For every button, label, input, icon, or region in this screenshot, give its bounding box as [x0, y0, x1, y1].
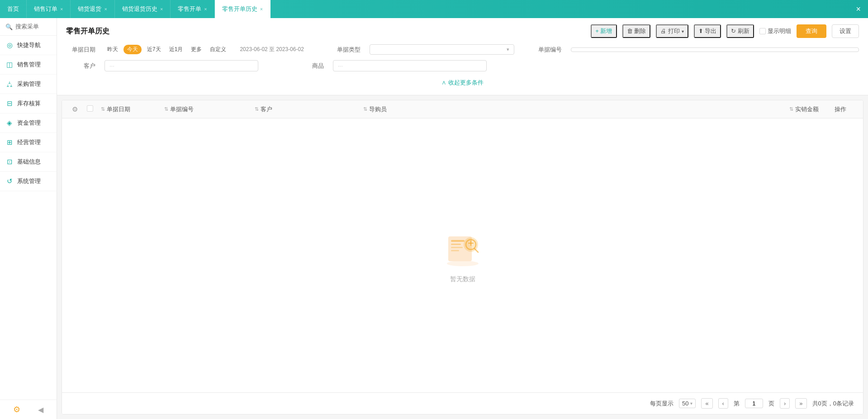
export-button[interactable]: ⬆ 导出 — [694, 24, 721, 38]
date-range: 2023-06-02 至 2023-06-02 — [240, 46, 304, 53]
date-btn-more[interactable]: 更多 — [188, 45, 204, 54]
svg-rect-5 — [451, 250, 459, 251]
date-btn-yesterday[interactable]: 昨天 — [104, 45, 121, 54]
sidebar-item-sys-mgmt[interactable]: ↺ 系统管理 — [0, 172, 57, 191]
collapse-more-label: ∧ 收起更多条件 — [441, 79, 484, 87]
print-button[interactable]: 🖨 打印 ▾ — [656, 24, 688, 38]
display-detail-checkbox[interactable] — [759, 28, 766, 34]
delete-button[interactable]: 🗑 删除 — [622, 24, 651, 38]
operation-mgmt-icon: ⊞ — [5, 138, 14, 146]
customer-dots: ··· — [109, 62, 114, 69]
bottom-settings-icon[interactable]: ⚙ — [13, 405, 20, 414]
tab-sales-return-close[interactable]: × — [104, 6, 107, 12]
export-button-label: ⬆ 导出 — [698, 27, 717, 35]
tab-sales-return-label: 销货退货 — [78, 5, 101, 13]
sort-icon-date[interactable]: ⇅ — [101, 106, 105, 112]
sidebar: 🔍 搜索采单 ◎ 快捷导航 ◫ 销售管理 ⛼ 采购管理 ⊟ 库存核算 ◈ 资金管… — [0, 18, 57, 419]
col-num: ⇅ 单据编号 — [161, 105, 251, 113]
top-bar-close[interactable]: × — [856, 5, 861, 14]
tab-retail-open-history-close[interactable]: × — [260, 6, 263, 12]
query-button[interactable]: 查询 — [797, 24, 826, 38]
column-settings-icon[interactable]: ⚙ — [66, 105, 83, 113]
content-area: 零售开单历史 + 新增 🗑 删除 🖨 打印 ▾ ⬆ 导出 — [57, 18, 868, 419]
display-detail-toggle[interactable]: 显示明细 — [759, 27, 791, 35]
date-label: 单据日期 — [66, 46, 95, 54]
bill-type-select[interactable]: ▾ — [370, 44, 514, 55]
sort-icon-guide[interactable]: ⇅ — [363, 106, 367, 112]
last-page-button[interactable]: » — [795, 398, 806, 409]
tab-retail-open-history-label: 零售开单历史 — [222, 5, 257, 13]
prev-page-button[interactable]: ‹ — [718, 398, 728, 409]
goods-dots: ··· — [338, 62, 343, 69]
tab-sales-order[interactable]: 销售订单 × — [27, 0, 71, 18]
fund-mgmt-icon: ◈ — [5, 119, 14, 127]
date-btn-7days[interactable]: 近7天 — [144, 45, 164, 54]
sidebar-item-sales-mgmt-label: 销售管理 — [17, 61, 41, 69]
tab-sales-return-history-close[interactable]: × — [160, 6, 163, 12]
collapse-more[interactable]: ∧ 收起更多条件 — [66, 77, 859, 89]
date-btn-custom[interactable]: 自定义 — [207, 45, 229, 54]
customer-input[interactable]: ··· — [104, 60, 258, 71]
table-area: ⚙ ⇅ 单据日期 ⇅ 单据编号 ⇅ 客户 ⇅ 导购员 — [62, 100, 863, 414]
date-btn-today[interactable]: 今天 — [123, 45, 142, 54]
page-suffix: 页 — [768, 400, 774, 408]
per-page-value: 50 — [682, 400, 688, 407]
sidebar-item-purchase-mgmt-label: 采购管理 — [17, 80, 41, 88]
sort-icon-amount[interactable]: ⇅ — [789, 106, 793, 112]
refresh-button[interactable]: ↻ 刷新 — [726, 24, 754, 38]
settings-button[interactable]: 设置 — [832, 24, 859, 38]
per-page-select[interactable]: 50 ▾ — [679, 399, 696, 408]
top-bar-right: × — [849, 5, 868, 14]
goods-input[interactable]: ··· — [333, 60, 487, 71]
sidebar-item-basic-info[interactable]: ⊡ 基础信息 — [0, 152, 57, 172]
sidebar-item-fund-mgmt-label: 资金管理 — [17, 119, 41, 127]
tab-retail-open-close[interactable]: × — [204, 6, 207, 12]
svg-rect-3 — [451, 244, 461, 245]
col-customer-label: 客户 — [261, 105, 272, 113]
first-page-button[interactable]: « — [701, 398, 712, 409]
sidebar-item-sales-mgmt[interactable]: ◫ 销售管理 — [0, 55, 57, 75]
add-button[interactable]: + 新增 — [591, 24, 617, 38]
next-page-button[interactable]: › — [780, 398, 790, 409]
sidebar-item-sys-mgmt-label: 系统管理 — [17, 177, 41, 185]
select-all-checkbox[interactable] — [83, 105, 97, 113]
bottom-collapse-icon[interactable]: ◀ — [38, 405, 43, 414]
sidebar-search[interactable]: 🔍 搜索采单 — [0, 18, 57, 36]
sort-icon-customer[interactable]: ⇅ — [255, 106, 259, 112]
tab-retail-open[interactable]: 零售开单 × — [171, 0, 214, 18]
date-btns: 昨天 今天 近7天 近1月 更多 自定义 — [104, 45, 229, 54]
tab-home[interactable]: 首页 — [0, 0, 27, 18]
bill-num-input[interactable] — [571, 47, 859, 52]
sidebar-item-quick-nav[interactable]: ◎ 快捷导航 — [0, 36, 57, 55]
sidebar-item-inventory-check[interactable]: ⊟ 库存核算 — [0, 94, 57, 113]
filter-row-2: 客户 ··· 商品 ··· — [66, 60, 859, 71]
checkbox-all[interactable] — [87, 105, 93, 112]
sidebar-item-quick-nav-label: 快捷导航 — [17, 41, 41, 49]
sidebar-item-operation-mgmt-label: 经营管理 — [17, 138, 41, 146]
top-bar: 首页 销售订单 × 销货退货 × 销货退货历史 × 零售开单 × 零售开单历史 … — [0, 0, 868, 18]
tab-sales-return[interactable]: 销货退货 × — [71, 0, 114, 18]
search-icon: 🔍 — [5, 24, 13, 30]
sort-icon-num[interactable]: ⇅ — [164, 106, 168, 112]
empty-state: 暂无数据 — [62, 118, 863, 392]
tab-sales-return-history[interactable]: 销货退货历史 × — [115, 0, 171, 18]
tab-retail-open-label: 零售开单 — [178, 5, 201, 13]
sys-mgmt-icon: ↺ — [5, 177, 14, 185]
page-number-input[interactable] — [745, 399, 763, 408]
tab-retail-open-history[interactable]: 零售开单历史 × — [215, 0, 270, 18]
next-page-icon: › — [784, 400, 786, 407]
col-amount-label: 实销金额 — [795, 105, 819, 113]
print-button-label: 🖨 打印 — [660, 27, 680, 35]
svg-point-0 — [447, 261, 479, 266]
sidebar-item-basic-info-label: 基础信息 — [17, 158, 41, 166]
print-dropdown-icon[interactable]: ▾ — [682, 29, 684, 34]
date-btn-1month[interactable]: 近1月 — [166, 45, 186, 54]
sidebar-item-fund-mgmt[interactable]: ◈ 资金管理 — [0, 113, 57, 133]
sidebar-item-inventory-check-label: 库存核算 — [17, 99, 41, 108]
tab-sales-order-close[interactable]: × — [60, 6, 63, 12]
sidebar-item-purchase-mgmt[interactable]: ⛼ 采购管理 — [0, 75, 57, 94]
first-page-icon: « — [705, 400, 708, 407]
sidebar-item-operation-mgmt[interactable]: ⊞ 经营管理 — [0, 133, 57, 152]
empty-illustration — [440, 227, 485, 268]
customer-label: 客户 — [66, 62, 95, 70]
